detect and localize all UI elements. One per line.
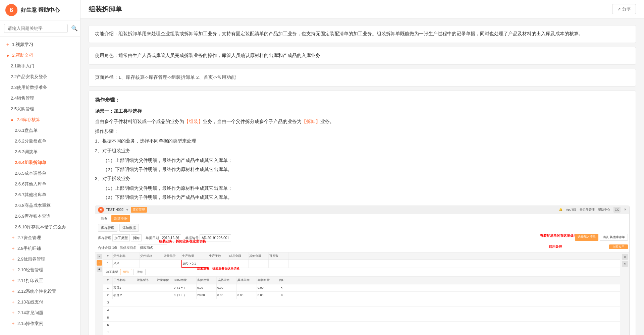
supplier-name-label: 供供应商名 (120, 245, 137, 250)
t2r6-empty (113, 322, 136, 329)
search-input[interactable] (4, 24, 68, 33)
sidebar-label-2-1: 2.1新手入门 (11, 63, 34, 69)
sidebar-label-2-6-5: 2.6.5成本调整单 (15, 170, 46, 176)
app-icon-1: 🔔 (559, 207, 562, 212)
plus-icon-2-15: ＋ (11, 321, 15, 326)
t2h-num: # (103, 277, 113, 284)
sidebar-item-2-9[interactable]: ＋ 2.9优惠券管理 (0, 254, 80, 265)
th-action (289, 253, 298, 260)
sidebar-label-2-6-10: 2.6.10库存账本错了怎么办 (15, 224, 66, 230)
sidebar-item-2-6-6[interactable]: 2.6.6其他入库单 (0, 179, 80, 189)
share-icon: ↗ (617, 7, 621, 12)
app-top-right: 🔔 AppT端 云组件管理 帮助中心 CC ✕ (559, 207, 627, 213)
t2r2-num: 2 (103, 292, 113, 299)
td1-name: 米米 (113, 260, 140, 268)
sidebar-item-2-14[interactable]: ＋ 2.14常见问题 (0, 308, 80, 318)
t2r7-empty (113, 329, 136, 335)
sidebar-label-2-6-6: 2.6.6其他入库单 (15, 181, 46, 187)
type-switch-row: 加工类型 组装 拆卸 组装业务、拆卸业务在这里切换 (103, 268, 620, 277)
sidebar-item-2-13[interactable]: ＋ 2.13在线支付 (0, 297, 80, 308)
t2r6-num: 6 (103, 322, 113, 329)
search-box: 🔍 (0, 20, 80, 37)
supplier-field: 供供应商名 供应商名 (120, 244, 167, 251)
sidebar-item-2-6-2[interactable]: 2.6.2分量盘点单 (0, 136, 80, 147)
app-screenshot-wrapper: 6 TEST-H002 ▼ 库存管理 🔔 AppT端 云组件管理 帮助中心 CC… (95, 206, 630, 335)
th-num: # (103, 253, 113, 260)
sidebar-item-2-8[interactable]: ＋ 2.8手机旺铺 (0, 243, 80, 254)
sidebar-label-2-6: 2.6库存核算 (17, 117, 40, 123)
sidebar-item-2-11[interactable]: ＋ 2.11打印设置 (0, 275, 80, 286)
t2h-bom: BOM用量 (173, 277, 197, 284)
sidebar-item-2-1[interactable]: 2.1新手入门 (0, 61, 80, 71)
table2-header: # 子件名称 规格型号 计量单位 BOM用量 实际用量 成品单元 其他单元 期初… (103, 277, 620, 284)
share-button[interactable]: ↗ 分享 (612, 4, 636, 14)
t2r4-num: 4 (103, 307, 113, 314)
sidebar-item-2-4[interactable]: 2.4销售管理 (0, 93, 80, 104)
annotation-text-1: 有装配清单的在这里处理 (540, 233, 577, 238)
sidebar-item-2-6-5[interactable]: 2.6.5成本调整单 (0, 168, 80, 179)
sidebar-item-2[interactable]: ● 2.帮助文档 (0, 50, 80, 61)
th-qty1: 生产数量 (181, 253, 208, 260)
toolbar-btn-1: 库存管理 (98, 224, 117, 232)
sidebar-item-2-15[interactable]: ＋ 2.15操作案例 (0, 318, 80, 329)
table1-row-1: 1 米米 18/0 > 0.1 (103, 260, 620, 268)
plus-icon-2-13: ＋ (11, 300, 15, 304)
th-qty2: 生产子数 (208, 253, 228, 260)
sidebar-item-2-6-8[interactable]: 2.6.8商品成本重算 (0, 200, 80, 211)
sidebar-label-2-10: 2.10经营管理 (17, 267, 43, 273)
panel-icon-2: + (97, 260, 102, 266)
form-right-btns: 选择配方清单 确认 其他库存单 (575, 234, 628, 241)
form-type2-value: 拆卸 (131, 234, 142, 241)
step3-sub2: （2）下部明细为子件明细，最终作为产成品生成其它入库单。 (103, 194, 630, 202)
sidebar-label-2-13: 2.13在线支付 (17, 299, 43, 305)
app-tab-new: 新建单据 (111, 215, 130, 222)
app-supplier-row: 合计金额 1/5 供供应商名 供应商名 组装业务、拆卸业务在这里切换 启用处理 … (95, 243, 629, 253)
sidebar: 6 好生意 帮助中心 🔍 ＋ 1.视频学习 ● 2.帮助文档 2.1新手入门 2… (0, 0, 80, 335)
form-type-value: 加工类型 (112, 234, 130, 241)
plus-icon-2-12: ＋ (11, 289, 15, 294)
sidebar-item-2-6-4[interactable]: 2.6.4组装拆卸单 (0, 157, 80, 168)
sidebar-item-2-3[interactable]: 2.3使用前数据准备 (0, 82, 80, 93)
annotation-text-3: 启用处理 (549, 244, 562, 249)
app-toolbar: 库存管理 添加数据 (95, 223, 629, 233)
app-module-btn: 库存管理 (131, 207, 147, 213)
app-divider: ▼ (125, 207, 129, 213)
t2r2-remain: 0.00 (257, 292, 277, 299)
confirm-btn: 确认 其他库存单 (600, 234, 628, 241)
sidebar-item-2-6-9[interactable]: 2.6.9库存账本查询 (0, 211, 80, 222)
sidebar-item-2-10[interactable]: ＋ 2.10经营管理 (0, 265, 80, 275)
t2r1-spec (136, 284, 156, 291)
sidebar-label-2-5: 2.5采购管理 (11, 106, 34, 112)
sidebar-label-1: 1.视频学习 (12, 42, 33, 48)
app-tab-home: 自页 (98, 215, 110, 222)
logo-bar: 6 好生意 帮助中心 (0, 0, 80, 20)
td1-unit (163, 260, 181, 268)
sidebar-item-2-6-1[interactable]: 2.6.1盘点单 (0, 125, 80, 136)
td1-spec (140, 260, 163, 268)
search-button[interactable]: 🔍 (70, 25, 79, 32)
sidebar-item-2-2[interactable]: 2.2产品安装及登录 (0, 71, 80, 82)
sidebar-item-2-5[interactable]: 2.5采购管理 (0, 104, 80, 114)
sidebar-label-2-12: 2.12系统个性化设置 (17, 288, 56, 294)
app-body: ≡ + ◉ # 父件名称 父件规格 计量单位 生产数量 生产子数 (95, 253, 629, 335)
t2r2-bom: 0（1 + ） (173, 292, 197, 299)
table2-row-3: 3 (103, 299, 620, 306)
app-nav-3: 帮助中心 (598, 207, 610, 212)
plus-icon-1: ＋ (5, 42, 10, 47)
sidebar-item-2-6-3[interactable]: 2.6.3调拨单 (0, 147, 80, 157)
type-btn-assemble: 组装 (120, 269, 132, 275)
page-title: 组装拆卸单 (89, 5, 122, 14)
sidebar-item-2-12[interactable]: ＋ 2.12系统个性化设置 (0, 286, 80, 297)
td1-num: 1 (103, 260, 113, 268)
sidebar-item-2-6-10[interactable]: 2.6.10库存账本错了怎么办 (0, 222, 80, 232)
sidebar-item-2-7[interactable]: ＋ 2.7资金管理 (0, 232, 80, 243)
sidebar-item-1[interactable]: ＋ 1.视频学习 (0, 39, 80, 50)
step3: 3、对于拆装业务 (95, 175, 630, 183)
sidebar-item-2-6[interactable]: ● 2.6库存核算 (0, 114, 80, 125)
sidebar-item-2-6-7[interactable]: 2.6.7其他出库单 (0, 189, 80, 200)
th-stock: 可库数 (269, 253, 289, 260)
apply-btn-area: 立即实用 (609, 244, 628, 249)
step2-sub1: （1）上部明细为父件明细，最终作为产成品生成其它入库单； (103, 157, 630, 165)
app-close: ✕ (624, 207, 627, 212)
toolbar-btn-2: 添加数据 (119, 224, 139, 232)
